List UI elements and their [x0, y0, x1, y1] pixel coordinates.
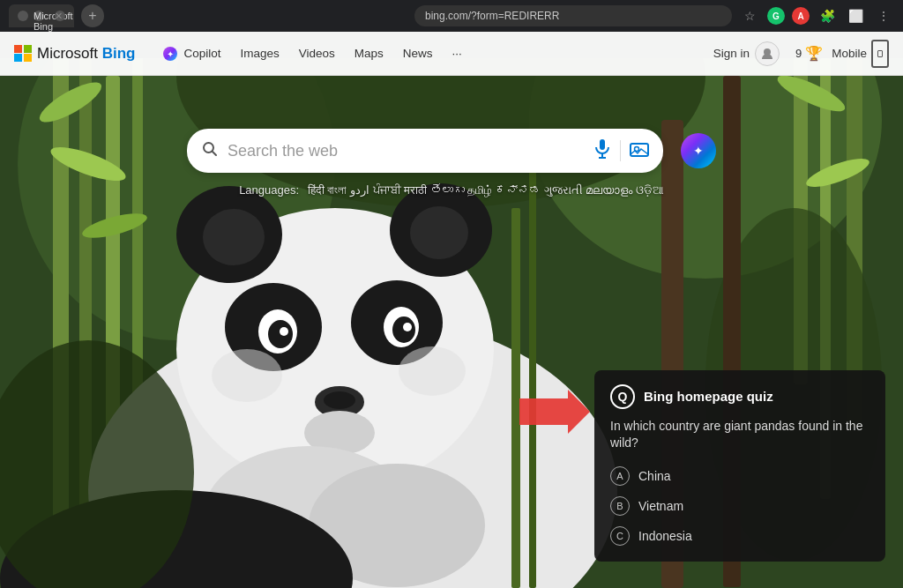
split-view-button[interactable]: ⬜: [845, 5, 866, 26]
nav-item-more[interactable]: ···: [444, 41, 471, 65]
nav-item-copilot[interactable]: ✦ Copilot: [153, 40, 229, 68]
svg-point-21: [410, 206, 468, 259]
search-icon: [201, 140, 219, 162]
nav-item-news[interactable]: News: [394, 41, 442, 65]
option-a-text: China: [638, 469, 671, 483]
navbar: Microsoft Bing ✦ Copilot: [0, 32, 903, 76]
adblock-extension[interactable]: A: [792, 7, 810, 25]
svg-point-34: [399, 346, 466, 396]
svg-rect-43: [529, 164, 536, 588]
main-container: Microsoft Bing ✦ Copilot: [0, 32, 903, 588]
nav-item-images[interactable]: Images: [232, 41, 288, 65]
grammarly-extension[interactable]: G: [767, 7, 785, 25]
option-c-text: Indonesia: [638, 529, 692, 543]
address-text: bing.com/?form=REDIRERR: [425, 10, 559, 22]
svg-point-33: [212, 349, 282, 402]
option-c-circle: C: [610, 526, 630, 546]
quiz-option-c[interactable]: C Indonesia: [610, 525, 869, 547]
logo-area[interactable]: Microsoft Bing: [14, 45, 135, 63]
browser-toolbar: ☆ G A 🧩 ⬜ ⋮: [739, 5, 894, 26]
search-input[interactable]: [228, 142, 585, 160]
trophy-icon: 🏆: [805, 45, 823, 62]
svg-text:✦: ✦: [167, 49, 174, 59]
svg-point-19: [203, 209, 265, 265]
copilot-circle-button[interactable]: ✦: [681, 133, 716, 168]
voice-search-button[interactable]: [593, 138, 611, 164]
nav-links: ✦ Copilot Images Videos Maps News ···: [153, 40, 702, 68]
option-a-circle: A: [610, 466, 630, 486]
address-bar[interactable]: bing.com/?form=REDIRERR: [414, 5, 732, 26]
tab-title: Microsoft Bing: [34, 11, 44, 21]
microsoft-logo: [14, 45, 32, 63]
mobile-button[interactable]: Mobile: [832, 40, 889, 68]
svg-text:✦: ✦: [693, 144, 704, 158]
extensions-button[interactable]: 🧩: [817, 5, 838, 26]
quiz-header: Q Bing homepage quiz: [610, 384, 869, 409]
user-avatar: [755, 41, 780, 66]
search-divider: [620, 140, 621, 161]
tab-close[interactable]: ✕: [55, 11, 65, 21]
svg-point-31: [324, 391, 355, 409]
mobile-icon: [871, 40, 889, 68]
languages-list: हिंदी বাংলা اردو ਪੰਜਾਬੀ मराठी తెలుగు தமி…: [308, 183, 664, 197]
image-search-button[interactable]: [630, 140, 649, 162]
search-box: [187, 129, 663, 173]
languages-bar: Languages: हिंदी বাংলা اردو ਪੰਜਾਬੀ मराठी…: [239, 183, 664, 197]
svg-marker-57: [519, 390, 590, 434]
bookmark-button[interactable]: ☆: [739, 5, 760, 26]
points-badge[interactable]: 9 🏆: [795, 45, 823, 62]
languages-label: Languages:: [239, 183, 299, 197]
quiz-question: In which country are giant pandas found …: [610, 418, 869, 452]
browser-tab-area: Microsoft Bing ✕ +: [9, 4, 104, 27]
svg-point-28: [280, 327, 288, 336]
quiz-title: Bing homepage quiz: [644, 389, 773, 404]
browser-chrome: Microsoft Bing ✕ + bing.com/?form=REDIRE…: [0, 0, 903, 32]
arrow-annotation: [519, 390, 590, 434]
nav-item-videos[interactable]: Videos: [290, 41, 344, 65]
quiz-option-a[interactable]: A China: [610, 465, 869, 488]
search-area: ✦: [187, 129, 716, 173]
new-tab-button[interactable]: +: [81, 4, 104, 27]
option-b-text: Vietnam: [638, 499, 683, 513]
quiz-option-b[interactable]: B Vietnam: [610, 495, 869, 517]
quiz-card: Q Bing homepage quiz In which country ar…: [594, 370, 885, 562]
menu-button[interactable]: ⋮: [873, 5, 894, 26]
copilot-icon: ✦: [161, 45, 179, 63]
quiz-options: A China B Vietnam C Indonesia: [610, 465, 869, 547]
nav-item-maps[interactable]: Maps: [346, 41, 392, 65]
svg-rect-51: [600, 139, 605, 150]
logo-text: Microsoft Bing: [37, 45, 135, 63]
option-b-circle: B: [610, 496, 630, 516]
sign-in-button[interactable]: Sign in: [706, 38, 787, 70]
svg-point-29: [403, 323, 412, 331]
quiz-icon: Q: [610, 384, 635, 409]
nav-right: Sign in 9 🏆 Mobile: [706, 38, 889, 70]
